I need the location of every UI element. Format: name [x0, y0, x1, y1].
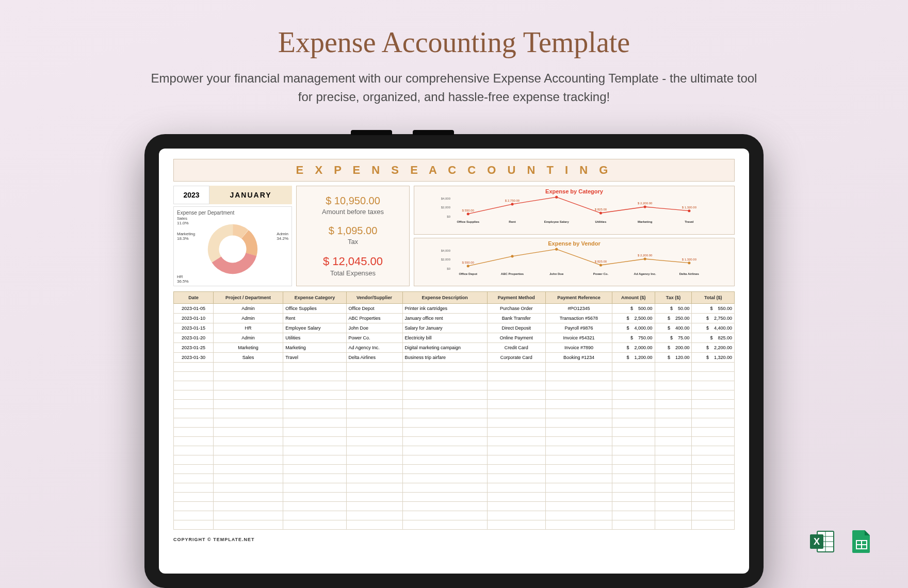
excel-icon: X [807, 526, 838, 557]
svg-text:$ 825.00: $ 825.00 [595, 208, 607, 211]
svg-point-31 [644, 257, 646, 260]
dept-sales-label: Sales11.0% [177, 216, 189, 225]
table-header: Payment Reference [545, 292, 612, 304]
svg-text:$ 2,200.00: $ 2,200.00 [638, 253, 653, 256]
table-header: Tax ($) [655, 292, 692, 304]
dept-hr-label: HR36.5% [177, 274, 189, 284]
empty-row[interactable] [174, 465, 735, 474]
table-header: Project / Department [213, 292, 283, 304]
page-title: Expense Accounting Template [0, 26, 908, 59]
year-month-card: 2023 JANUARY Expense per Department Sale… [173, 186, 292, 286]
empty-row[interactable] [174, 511, 735, 520]
category-line-chart: Expense by Category $4,000 $2,000 $0 $ 5… [414, 186, 735, 235]
empty-row[interactable] [174, 418, 735, 428]
table-row[interactable]: 2023-01-05AdminOffice SuppliesOffice Dep… [174, 304, 735, 314]
category-chart-svg: $4,000 $2,000 $0 $ 550.00 $ 2,750.00 $ 8… [418, 194, 730, 225]
svg-text:$4,000: $4,000 [441, 197, 451, 200]
svg-text:Office Supplies: Office Supplies [457, 220, 479, 223]
tax-label: Tax [301, 238, 405, 246]
empty-row[interactable] [174, 455, 735, 465]
year-cell[interactable]: 2023 [173, 186, 209, 204]
dept-chart-title: Expense per Department [177, 210, 288, 216]
empty-row[interactable] [174, 390, 735, 400]
empty-row[interactable] [174, 428, 735, 437]
page-subtitle: Empower your financial management with o… [144, 69, 764, 106]
svg-text:$ 550.00: $ 550.00 [462, 260, 475, 264]
month-cell[interactable]: JANUARY [209, 186, 292, 204]
svg-point-7 [467, 213, 469, 215]
svg-text:Employee Salary: Employee Salary [544, 220, 570, 223]
table-row[interactable]: 2023-01-15HREmployee SalaryJohn DoeSalar… [174, 323, 735, 333]
svg-text:Rent: Rent [509, 220, 515, 223]
svg-point-30 [599, 264, 602, 266]
svg-text:Delta Airlines: Delta Airlines [679, 272, 700, 275]
svg-text:Travel: Travel [685, 220, 694, 223]
copyright-text: COPYRIGHT © TEMPLATE.NET [173, 537, 735, 542]
empty-row[interactable] [174, 381, 735, 390]
total-expenses-label: Total Expenses [301, 269, 405, 277]
empty-row[interactable] [174, 502, 735, 511]
empty-row[interactable] [174, 493, 735, 502]
empty-row[interactable] [174, 446, 735, 455]
svg-text:Power Co.: Power Co. [593, 272, 609, 275]
expense-table[interactable]: DateProject / DepartmentExpense Category… [173, 291, 735, 530]
table-header-row: DateProject / DepartmentExpense Category… [174, 292, 735, 304]
empty-row[interactable] [174, 483, 735, 493]
svg-point-9 [555, 196, 558, 199]
svg-text:Office Depot: Office Depot [459, 272, 477, 275]
table-header: Expense Category [283, 292, 346, 304]
table-row[interactable]: 2023-01-20AdminUtilitiesPower Co.Electri… [174, 333, 735, 343]
total-expenses-amount: $ 12,045.00 [301, 255, 405, 268]
table-row[interactable]: 2023-01-10AdminRentABC PropertiesJanuary… [174, 314, 735, 323]
google-sheets-icon [846, 526, 877, 557]
line-charts-column: Expense by Category $4,000 $2,000 $0 $ 5… [414, 186, 735, 286]
empty-row[interactable] [174, 372, 735, 381]
dept-marketing-label: Marketing18.3% [177, 232, 195, 241]
svg-point-28 [511, 255, 513, 257]
dept-admin-label: Admin34.2% [277, 232, 288, 241]
empty-row[interactable] [174, 437, 735, 446]
svg-text:$4,000: $4,000 [441, 249, 451, 252]
svg-text:$ 2,200.00: $ 2,200.00 [638, 202, 653, 205]
summary-card: $ 10,950.00 Amount before taxes $ 1,095.… [296, 186, 410, 286]
app-icons-group: X [807, 526, 877, 557]
svg-point-11 [644, 205, 646, 208]
table-header: Expense Description [402, 292, 487, 304]
table-row[interactable]: 2023-01-30SalesTravelDelta AirlinesBusin… [174, 353, 735, 363]
svg-point-10 [599, 211, 602, 214]
svg-point-27 [467, 265, 469, 267]
empty-row[interactable] [174, 474, 735, 483]
svg-text:X: X [814, 536, 820, 547]
table-header: Total ($) [692, 292, 735, 304]
vendor-line-chart: Expense by Vendor $4,000 $2,000 $0 $ 550… [414, 238, 735, 287]
table-header: Vendor/Supplier [346, 292, 402, 304]
svg-text:John Doe: John Doe [549, 272, 564, 275]
dashboard-row: 2023 JANUARY Expense per Department Sale… [173, 186, 735, 286]
svg-text:$ 2,750.00: $ 2,750.00 [505, 199, 520, 202]
table-header: Date [174, 292, 214, 304]
empty-row[interactable] [174, 520, 735, 530]
svg-text:$2,000: $2,000 [441, 258, 451, 261]
empty-row[interactable] [174, 363, 735, 372]
svg-text:$0: $0 [447, 215, 450, 218]
sheet-title: E X P E N S E A C C O U N T I N G [173, 159, 735, 182]
svg-text:$ 1,320.00: $ 1,320.00 [682, 206, 697, 209]
svg-text:Marketing: Marketing [638, 220, 653, 223]
svg-text:$ 825.00: $ 825.00 [595, 259, 607, 263]
svg-point-29 [555, 248, 558, 250]
table-row[interactable]: 2023-01-25MarketingMarketingAd Agency In… [174, 343, 735, 353]
category-chart-title: Expense by Category [418, 188, 730, 194]
tax-amount: $ 1,095.00 [301, 225, 405, 237]
svg-text:$ 550.00: $ 550.00 [462, 209, 475, 212]
svg-text:$ 1,320.00: $ 1,320.00 [682, 257, 697, 260]
svg-text:$2,000: $2,000 [441, 206, 451, 209]
empty-row[interactable] [174, 409, 735, 418]
tablet-mockup: E X P E N S E A C C O U N T I N G 2023 J… [144, 134, 764, 588]
svg-point-12 [688, 209, 690, 212]
amount-before-tax-label: Amount before taxes [301, 208, 405, 216]
svg-point-32 [688, 262, 690, 264]
table-header: Payment Method [487, 292, 545, 304]
empty-row[interactable] [174, 400, 735, 409]
vendor-chart-svg: $4,000 $2,000 $0 $ 550.00 $ 825.00 $ 2,2… [418, 247, 730, 277]
donut-svg [177, 216, 288, 277]
